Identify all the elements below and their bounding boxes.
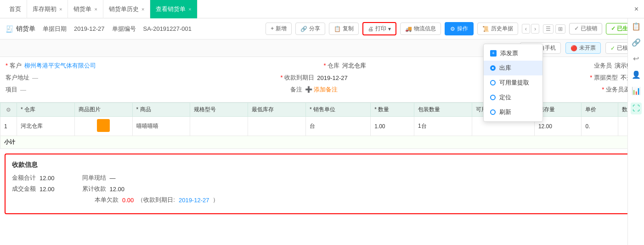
toolbar: + 新增 🔗 分享 📋 复制 🖨 打印 ▾ 🚚 物流信息 — [266, 22, 638, 35]
doc-number-value: SA-20191227-001 — [143, 25, 192, 32]
form-row-2: 客户地址 — 收款到期日 2019-12-27 票据类型 不开票 — [6, 74, 638, 82]
logistics-button[interactable]: 🚚 物流信息 — [400, 23, 441, 35]
main-content: 🧾 销货单 单据日期 2019-12-27 单据编号 SA-20191227-0… — [0, 18, 644, 245]
print-button[interactable]: 🖨 打印 ▾ — [362, 22, 396, 35]
confirm-icon: ✓ — [610, 45, 615, 51]
copy-button[interactable]: 📋 复制 — [329, 23, 359, 35]
view-icons: ☰ ⊞ — [543, 24, 565, 34]
outbound-item[interactable]: 出库 — [484, 61, 542, 75]
address-label: 客户地址 — [6, 74, 29, 82]
add-invoice-item[interactable]: + 添发票 — [484, 46, 542, 61]
sidebar-chart-icon[interactable]: 📊 — [632, 86, 641, 95]
available-pickup-label: 可用量提取 — [499, 79, 529, 87]
list-view-button[interactable]: ☰ — [543, 24, 554, 34]
col-product-image: 商品图片 — [74, 103, 132, 117]
row-product: 嘻嘻嘻嘻 — [132, 117, 190, 136]
customer-value[interactable]: 柳州粤港平安气体有限公司 — [24, 62, 96, 70]
action-row: 📱 来自手机 🔴 未开票 ✓ 已核销 — [0, 40, 644, 57]
right-sidebar: 📋 🔗 ↩ 👤 📊 ⛶ — [627, 18, 644, 245]
tab-sales-history[interactable]: 销货单历史 × — [103, 0, 150, 18]
sidebar-return-icon[interactable]: ↩ — [633, 54, 639, 63]
tab-sales-order[interactable]: 销货单 × — [68, 0, 103, 18]
available-pickup-item[interactable]: 可用量提取 — [484, 75, 542, 90]
row-index: 1 — [0, 117, 17, 136]
receipt-deal-amount: 成交金额 12.00 — [12, 185, 55, 193]
grid-view-button[interactable]: ⊞ — [555, 24, 565, 34]
close-sales-history[interactable]: × — [141, 6, 144, 12]
staff-label: 业务员 — [594, 62, 612, 70]
close-inventory-init[interactable]: × — [59, 6, 62, 12]
doc-number-label: 单据编号 — [112, 25, 136, 33]
sidebar-expand-icon[interactable]: ⛶ — [631, 103, 642, 114]
tab-home[interactable]: 首页 — [4, 0, 27, 18]
doc-title: 🧾 销货单 — [6, 25, 35, 33]
close-sales-order[interactable]: × — [94, 6, 97, 12]
close-view-sales[interactable]: × — [188, 6, 191, 12]
refresh-label: 刷新 — [499, 108, 511, 116]
outbound-label: 出库 — [499, 64, 511, 72]
doc-title-text: 销货单 — [16, 25, 35, 33]
doc-header: 🧾 销货单 单据日期 2019-12-27 单据编号 SA-20191227-0… — [0, 18, 644, 40]
form-row-1: 客户 柳州粤港平安气体有限公司 仓库 河北仓库 业务员 演示账号 — [6, 62, 638, 70]
window-close-button[interactable]: × — [634, 5, 638, 13]
project-label: 项目 — [6, 85, 17, 94]
add-invoice-label: 添发票 — [500, 49, 518, 57]
sidebar-link-icon[interactable]: 🔗 — [632, 38, 641, 47]
add-invoice-icon: + — [490, 50, 497, 57]
history-button[interactable]: 📜 历史单据 — [477, 23, 518, 35]
available-pickup-icon — [490, 80, 496, 85]
doc-meta: 单据日期 2019-12-27 单据编号 SA-20191227-001 — [43, 25, 192, 33]
row-sales-unit: 台 — [305, 117, 370, 136]
col-settings: ⚙ — [0, 103, 17, 117]
col-quantity: * 数量 — [371, 103, 414, 117]
table-header-row: ⚙ * 仓库 商品图片 * 商品 规格型号 最低库存 * 销售单位 * 数量 包… — [0, 103, 644, 117]
customer-label: 客户 — [6, 62, 22, 70]
sidebar-user-icon[interactable]: 👤 — [632, 70, 641, 79]
form-row-3: 项目 — 备注 ➕ 添加备注 业务员孟 — — [6, 85, 638, 94]
sidebar-doc-icon[interactable]: 📋 — [632, 22, 641, 31]
table-row: 1 河北仓库 嘻嘻嘻嘻 台 1.00 1台 12.00 0. — [0, 117, 644, 136]
refresh-item[interactable]: 刷新 — [484, 105, 542, 120]
col-min-stock: 最低库存 — [248, 103, 306, 117]
settings-icon[interactable]: ⚙ — [6, 107, 11, 113]
add-note-button[interactable]: ➕ 添加备注 — [305, 85, 338, 94]
due-date-field: 收款到期日 2019-12-27 — [281, 74, 348, 82]
product-image-thumbnail — [97, 119, 110, 132]
due-date-label: 收款到期日 — [281, 74, 315, 82]
share-button[interactable]: 🔗 分享 — [295, 23, 325, 35]
row-spec — [190, 117, 248, 136]
address-field: 客户地址 — — [6, 74, 38, 82]
row-pack-qty: 1台 — [414, 117, 472, 136]
receipt-same-settlement: 同单现结 — — [82, 174, 116, 182]
locate-label: 定位 — [499, 93, 511, 102]
prev-arrow[interactable]: ‹ — [522, 24, 530, 34]
locate-icon — [490, 95, 496, 100]
col-product: * 商品 — [132, 103, 190, 117]
product-table: ⚙ * 仓库 商品图片 * 商品 规格型号 最低库存 * 销售单位 * 数量 包… — [0, 103, 644, 149]
operation-button[interactable]: ⚙ 操作 — [445, 22, 474, 35]
new-button[interactable]: + 新增 — [266, 23, 291, 35]
not-open-ticket-button[interactable]: 🔴 未开票 — [565, 42, 601, 54]
outbound-icon — [490, 65, 496, 71]
receipt-row-3: 本单欠款 0.00 （收款到期日: 2019-12-27 ） — [12, 196, 632, 204]
doc-icon: 🧾 — [6, 25, 13, 33]
col-sales-unit: * 销售单位 — [305, 103, 370, 117]
receipt-section: 收款信息 金额合计 12.00 同单现结 — 成交金额 12.00 — [5, 154, 639, 214]
col-pack-qty: 包装数量 — [414, 103, 472, 117]
row-product-image — [74, 117, 132, 136]
row-min-stock — [248, 117, 306, 136]
tab-inventory-init[interactable]: 库存期初 × — [27, 0, 68, 18]
next-arrow[interactable]: › — [531, 24, 539, 34]
receipt-row-1: 金额合计 12.00 同单现结 — — [12, 174, 632, 182]
tab-view-sales[interactable]: 查看销货单 × — [150, 0, 197, 18]
doc-date-label: 单据日期 — [43, 25, 67, 33]
col-spec: 规格型号 — [190, 103, 248, 117]
tab-bar: 首页 库存期初 × 销货单 × 销货单历史 × 查看销货单 × × — [0, 0, 644, 18]
locate-item[interactable]: 定位 — [484, 90, 542, 105]
doc-date-value: 2019-12-27 — [74, 25, 105, 32]
ticket-type-label: 票据类型 — [590, 74, 618, 82]
receipt-row-2: 成交金额 12.00 累计收款 12.00 — [12, 185, 632, 193]
cancelled-badge: ✓ 已核销 — [569, 23, 602, 34]
nav-arrows: ‹ › — [522, 24, 540, 34]
print-icon: 🖨 — [368, 26, 373, 32]
